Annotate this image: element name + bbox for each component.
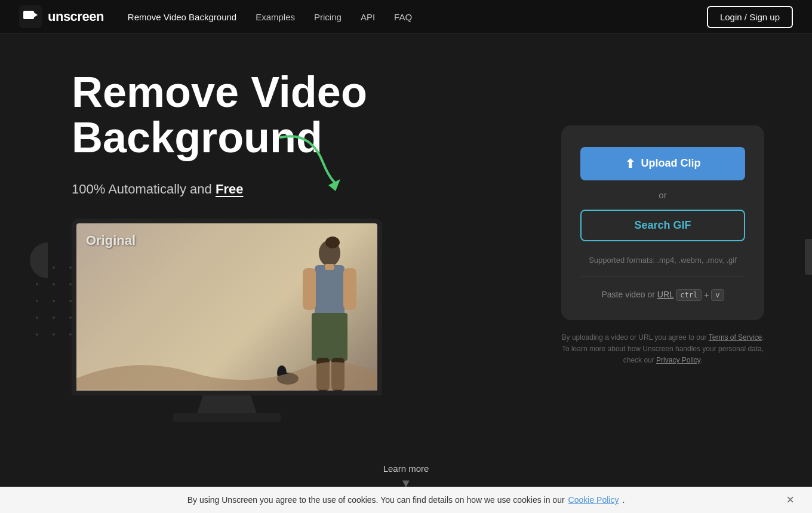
terms-of-service-link[interactable]: Terms of Service — [709, 333, 762, 342]
cookie-suffix: . — [622, 495, 625, 505]
monitor-mockup: Original — [72, 219, 382, 422]
learn-more-link[interactable]: Learn more — [383, 463, 429, 474]
monitor-base — [173, 413, 281, 422]
svg-rect-5 — [315, 265, 345, 319]
svg-rect-11 — [325, 264, 334, 270]
hero-title-line1: Remove Video — [72, 68, 367, 116]
svg-rect-0 — [23, 11, 34, 19]
search-gif-button[interactable]: Search GIF — [580, 210, 745, 241]
v-key: v — [711, 289, 724, 301]
url-link[interactable]: URL — [657, 290, 674, 299]
paste-label: Paste video or — [601, 290, 655, 299]
monitor-stand — [197, 395, 257, 413]
logo[interactable]: unscreen — [19, 5, 104, 28]
subtitle-free: Free — [216, 182, 243, 196]
upload-clip-button[interactable]: ⬆ Upload Clip — [580, 147, 745, 180]
terms-suffix: . — [700, 356, 702, 364]
terms-text: By uploading a video or URL you agree to… — [561, 332, 764, 367]
card-divider — [580, 277, 745, 277]
nav-link-remove-video[interactable]: Remove Video Background — [128, 12, 236, 22]
original-label: Original — [86, 233, 136, 248]
upload-clip-label: Upload Clip — [641, 157, 701, 170]
logo-text: unscreen — [48, 9, 104, 24]
hero-right: ⬆ Upload Clip or Search GIF Supported fo… — [561, 125, 764, 367]
cookie-close-button[interactable]: × — [786, 493, 794, 506]
svg-marker-1 — [34, 13, 38, 17]
side-scroll-indicator — [805, 239, 812, 275]
supported-formats: Supported formats: .mp4, .webm, .mov, .g… — [589, 256, 737, 265]
navbar: unscreen Remove Video Background Example… — [0, 0, 812, 34]
login-button[interactable]: Login / Sign up — [707, 6, 793, 28]
logo-icon — [19, 5, 42, 28]
upload-card: ⬆ Upload Clip or Search GIF Supported fo… — [561, 125, 764, 320]
terms-prefix: By uploading a video or URL you agree to… — [562, 333, 709, 342]
paste-area: Paste video or URL ctrl + v — [601, 289, 724, 301]
ctrl-key: ctrl — [676, 289, 702, 301]
nav-links: Remove Video Background Examples Pricing… — [128, 12, 412, 22]
monitor-video-frame: Original — [76, 223, 377, 391]
svg-rect-8 — [343, 268, 356, 310]
cookie-banner: By using Unscreen you agree to the use o… — [0, 487, 812, 513]
nav-link-examples[interactable]: Examples — [256, 12, 295, 22]
nav-link-faq[interactable]: FAQ — [394, 12, 412, 22]
nav-link-pricing[interactable]: Pricing — [314, 12, 342, 22]
hero-left: Remove Video Background 100% Automatical… — [72, 70, 478, 422]
desert-dunes — [76, 343, 377, 391]
cookie-policy-link[interactable]: Cookie Policy — [568, 495, 619, 505]
keyboard-shortcut: ctrl + v — [676, 289, 724, 301]
hero-section: Remove Video Background 100% Automatical… — [0, 34, 812, 446]
svg-point-4 — [325, 236, 340, 248]
nav-link-api[interactable]: API — [361, 12, 375, 22]
cookie-text: By using Unscreen you agree to the use o… — [187, 495, 565, 505]
monitor-screen: Original — [72, 219, 382, 395]
arrow-decoration — [275, 131, 346, 191]
upload-icon: ⬆ — [625, 156, 635, 171]
svg-rect-7 — [303, 268, 316, 310]
or-label: or — [659, 190, 666, 200]
subtitle-prefix: 100% Automatically and — [72, 182, 216, 196]
privacy-policy-link[interactable]: Privacy Policy — [656, 356, 700, 364]
nav-left: unscreen Remove Video Background Example… — [19, 5, 412, 28]
plus-symbol: + — [704, 290, 709, 300]
